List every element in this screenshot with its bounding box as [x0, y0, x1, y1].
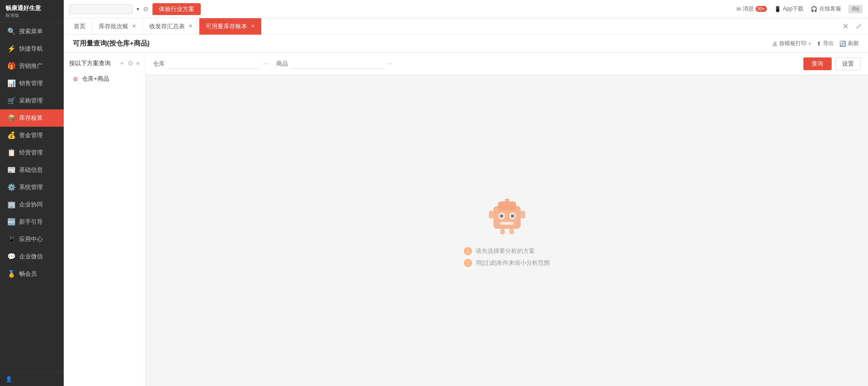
topbar-gear-icon[interactable]: ⚙ [143, 5, 149, 13]
online-service-button[interactable]: 🎧 在线客服 [811, 5, 841, 13]
trial-industry-button[interactable]: 体验行业方案 [152, 3, 201, 15]
tab-batch-account-close[interactable]: ✕ [132, 23, 136, 29]
tab-home-label: 首页 [74, 22, 86, 31]
sidebar-item-inventory[interactable]: 📦 库存核算 [0, 109, 64, 127]
app-icon: 📱 [774, 6, 781, 12]
search-icon: 🔍 [7, 27, 15, 36]
app-download-button[interactable]: 📱 App下载 [774, 5, 803, 13]
sidebar-item-apps[interactable]: 📱 应用中心 [0, 231, 64, 248]
sidebar-item-wechat[interactable]: 💬 企业微信 [0, 248, 64, 265]
tip-text-2: 用[过滤]条件来缩小分析范围 [476, 257, 550, 269]
page-title: 可用量查询(按仓库+商品) [73, 39, 150, 48]
tab-available-stock[interactable]: 可用量库存账本 ✕ [199, 18, 262, 35]
left-panel-title: 按以下方案查询 [69, 59, 111, 67]
goods-filter-label: 商品 [276, 60, 288, 68]
sidebar-item-label: 新手引导 [19, 218, 43, 226]
warehouse-filter-label: 仓库 [153, 60, 165, 68]
system-icon: ⚙️ [7, 183, 15, 191]
query-button[interactable]: 查询 [803, 57, 832, 70]
empty-state-illustration [484, 192, 530, 238]
tip-item-1: 1 请先选择要分析的方案 [464, 245, 550, 257]
member-icon: 🏅 [7, 270, 15, 278]
service-label: 在线客服 [819, 5, 841, 13]
svg-rect-7 [489, 211, 493, 219]
filter-actions: 查询 设置 [803, 57, 861, 70]
sidebar-item-enterprise[interactable]: 🏢 企业协同 [0, 196, 64, 213]
app-label: App下载 [783, 5, 803, 13]
purchase-icon: 🛒 [7, 97, 15, 105]
svg-rect-9 [500, 229, 505, 234]
topbar-right: ✉ 消息 99+ 📱 App下载 🎧 在线客服 Rit [736, 5, 863, 13]
print-icon: 🖨 [772, 41, 777, 47]
print-template-button[interactable]: 🖨 按模板打印 ▾ [772, 40, 811, 47]
sidebar-item-basic[interactable]: 📰 基础信息 [0, 161, 64, 179]
finance-icon: 💰 [7, 131, 15, 139]
goods-filter-input[interactable] [292, 59, 383, 69]
sidebar-item-purchase[interactable]: 🛒 采购管理 [0, 92, 64, 109]
tip-num-2: 2 [464, 259, 472, 267]
enterprise-icon: 🏢 [7, 201, 15, 209]
sidebar-item-label: 应用中心 [19, 235, 43, 243]
sidebar: 畅康通好生意 标准版 🔍 搜索菜单 ⚡ 快捷导航 🎁 营销推广 📊 销售管理 🛒… [0, 0, 64, 386]
collapse-panel-icon[interactable]: « [136, 59, 140, 67]
tab-maximize-icon[interactable]: ⤢ [853, 21, 864, 31]
sidebar-item-system[interactable]: ⚙️ 系统管理 [0, 179, 64, 196]
tab-available-stock-close[interactable]: ✕ [251, 23, 255, 29]
topbar-dropdown-icon[interactable]: ▾ [137, 6, 139, 12]
message-button[interactable]: ✉ 消息 99+ [736, 5, 767, 13]
apps-icon: 📱 [7, 235, 15, 243]
main-area: ▾ ⚙ 体验行业方案 ✉ 消息 99+ 📱 App下载 🎧 在线客服 Rit 首… [64, 0, 868, 386]
tabbar: 首页 库存批次账 ✕ 收发存汇总表 ✕ 可用量库存账本 ✕ ✕ ⤢ [64, 18, 868, 35]
sidebar-item-label: 资金管理 [19, 131, 43, 139]
right-main: 仓库 ··· 商品 ··· 查询 设置 [146, 53, 868, 386]
sidebar-item-marketing[interactable]: 🎁 营销推广 [0, 57, 64, 75]
content-area: 按以下方案查询 ＋ ⊙ « ⊛ 仓库+商品 仓库 ··· [64, 53, 868, 386]
scheme-label: 仓库+商品 [82, 75, 109, 83]
topbar: ▾ ⚙ 体验行业方案 ✉ 消息 99+ 📱 App下载 🎧 在线客服 Rit [64, 0, 868, 18]
goods-filter-more-icon[interactable]: ··· [386, 60, 392, 68]
warehouse-filter-more-icon[interactable]: ··· [263, 60, 269, 68]
message-badge: 99+ [756, 6, 767, 12]
add-scheme-icon[interactable]: ＋ [119, 59, 125, 67]
tab-home[interactable]: 首页 [67, 18, 92, 35]
sidebar-item-finance[interactable]: 💰 资金管理 [0, 127, 64, 144]
settings-scheme-icon[interactable]: ⊙ [128, 59, 133, 67]
empty-state-tips: 1 请先选择要分析的方案 2 用[过滤]条件来缩小分析范围 [464, 245, 550, 269]
warehouse-filter-input[interactable] [168, 59, 259, 69]
sidebar-nav: 🔍 搜索菜单 ⚡ 快捷导航 🎁 营销推广 📊 销售管理 🛒 采购管理 📦 库存核… [0, 23, 64, 372]
sidebar-item-quick-nav[interactable]: ⚡ 快捷导航 [0, 40, 64, 57]
sidebar-item-label: 采购管理 [19, 97, 43, 105]
sidebar-item-operation[interactable]: 📋 经营管理 [0, 144, 64, 161]
left-panel: 按以下方案查询 ＋ ⊙ « ⊛ 仓库+商品 [64, 53, 146, 386]
scheme-warehouse-goods[interactable]: ⊛ 仓库+商品 [64, 71, 145, 87]
refresh-button[interactable]: 🔄 刷新 [839, 40, 859, 47]
tab-receive-summary-close[interactable]: ✕ [188, 23, 193, 29]
warehouse-filter-field: 仓库 ··· [153, 59, 269, 69]
goods-filter-field: 商品 ··· [276, 59, 392, 69]
sidebar-item-label: 企业协同 [19, 201, 43, 209]
tab-batch-account-label: 库存批次账 [99, 22, 128, 31]
sidebar-item-label: 销售管理 [19, 79, 43, 87]
tab-batch-account[interactable]: 库存批次账 ✕ [92, 18, 143, 35]
topbar-search-input[interactable] [69, 4, 133, 14]
settings-button[interactable]: 设置 [835, 57, 861, 70]
sidebar-item-label: 企业微信 [19, 252, 43, 261]
tab-close-all-icon[interactable]: ✕ [840, 21, 851, 31]
export-button[interactable]: ⬆ 导出 [817, 40, 834, 47]
sidebar-item-search[interactable]: 🔍 搜索菜单 [0, 23, 64, 40]
sidebar-item-label: 营销推广 [19, 62, 43, 70]
operation-icon: 📋 [7, 149, 15, 157]
user-avatar[interactable]: Rit [848, 5, 863, 13]
sidebar-bottom-user[interactable]: 👤 [5, 376, 12, 382]
message-icon: ✉ [736, 6, 741, 12]
logo-title: 畅康通好生意 [5, 5, 58, 12]
svg-rect-11 [505, 199, 509, 202]
sidebar-item-guide[interactable]: 🆕 新手引导 [0, 213, 64, 231]
svg-point-5 [511, 214, 514, 218]
sidebar-bottom: 👤 [0, 372, 64, 386]
basic-icon: 📰 [7, 166, 15, 174]
sidebar-item-sales[interactable]: 📊 销售管理 [0, 75, 64, 92]
tab-receive-summary[interactable]: 收发存汇总表 ✕ [143, 18, 199, 35]
sidebar-item-member[interactable]: 🏅 畅会员 [0, 265, 64, 283]
svg-rect-8 [521, 211, 525, 219]
